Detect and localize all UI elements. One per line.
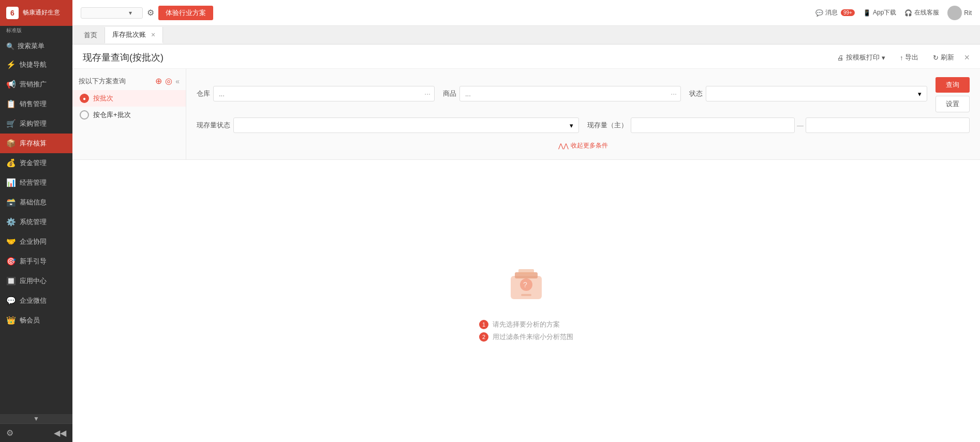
quantity-from-input[interactable] — [631, 117, 795, 133]
experience-button[interactable]: 体验行业方案 — [158, 6, 213, 20]
sidebar-item-label: 资金管理 — [20, 158, 47, 168]
user-name: Rit — [964, 9, 972, 17]
refresh-label: 刷新 — [941, 53, 954, 62]
member-icon: 👑 — [6, 316, 16, 325]
messages-label: 消息 — [825, 8, 838, 17]
sidebar-item-label: 系统管理 — [20, 217, 47, 227]
filter-area: 按以下方案查询 ⊕ ◎ « ● 按批次 按仓库+批次 — [72, 69, 980, 160]
warehouse-field: 仓库 ··· — [197, 86, 435, 101]
page-header-actions: 🖨 按模板打印 ▾ ↑ 导出 ↻ 刷新 × — [833, 51, 970, 64]
export-button[interactable]: ↑ 导出 — [895, 51, 924, 64]
sidebar-item-finance[interactable]: 💰 资金管理 — [0, 153, 72, 173]
topbar-search-box[interactable]: ▾ — [81, 7, 143, 19]
collapse-sidebar-icon[interactable]: ◀◀ — [54, 428, 66, 438]
inventory-status-label: 现存量状态 — [197, 121, 230, 130]
status-label: 状态 — [689, 89, 703, 98]
scheme-panel-header: 按以下方案查询 ⊕ ◎ « — [72, 74, 186, 90]
empty-illustration: ? — [500, 258, 552, 310]
export-label: 导出 — [905, 53, 918, 62]
online-service-action[interactable]: 🎧 在线客服 — [904, 8, 939, 17]
product-field: 商品 ··· — [443, 86, 681, 101]
scroll-down-icon[interactable]: ▼ — [33, 415, 39, 422]
collapse-more-button[interactable]: ⋀⋀ 收起更多条件 — [197, 138, 970, 153]
sidebar-item-quick-nav[interactable]: ⚡ 快捷导航 — [0, 55, 72, 75]
sidebar-item-label: 应用中心 — [20, 276, 47, 286]
empty-tips: 1 请先选择要分析的方案 2 用过滤条件来缩小分析范围 — [479, 320, 573, 345]
wechat-icon: 💬 — [6, 296, 16, 305]
product-more-icon[interactable]: ··· — [671, 90, 677, 98]
quantity-label: 现存量（主） — [587, 121, 628, 130]
collapse-more-label: 收起更多条件 — [571, 141, 608, 150]
system-icon: ⚙️ — [6, 217, 16, 227]
sidebar-item-label: 基础信息 — [20, 198, 47, 207]
settings-scheme-icon[interactable]: ◎ — [165, 76, 172, 86]
inventory-status-select[interactable]: ▾ — [233, 117, 579, 133]
tab-close-button[interactable]: × — [151, 31, 155, 39]
topbar-right: 💬 消息 99+ 📱 App下载 🎧 在线客服 Rit — [815, 6, 972, 20]
scheme-item-warehouse-batch[interactable]: 按仓库+批次 — [72, 107, 186, 123]
print-icon: 🖨 — [837, 54, 844, 62]
tab-batch-account[interactable]: 库存批次账 × — [105, 27, 163, 43]
product-input[interactable] — [459, 86, 681, 101]
warehouse-more-icon[interactable]: ··· — [424, 90, 430, 98]
app-download-action[interactable]: 📱 App下载 — [863, 8, 896, 17]
guide-icon: 🎯 — [6, 257, 16, 266]
refresh-button[interactable]: ↻ 刷新 — [928, 51, 959, 64]
settings-button[interactable]: 设置 — [936, 96, 970, 112]
sidebar-item-label: 快捷导航 — [20, 60, 47, 69]
sidebar-item-system[interactable]: ⚙️ 系统管理 — [0, 212, 72, 232]
sidebar-item-inventory[interactable]: 📦 库存核算 — [0, 134, 72, 153]
warehouse-input-container: ··· — [213, 86, 435, 101]
add-scheme-icon[interactable]: ⊕ — [155, 76, 162, 86]
query-button[interactable]: 查询 — [936, 77, 970, 93]
sidebar: 6 畅康通好生意 标准版 🔍 搜索菜单 ⚡ 快捷导航 📢 营销推广 📋 销售管理… — [0, 0, 72, 442]
user-avatar-action[interactable]: Rit — [947, 6, 972, 20]
filter-row-2: 现存量状态 ▾ 现存量（主） — — [197, 117, 970, 133]
page-content: 现存量查询(按批次) 🖨 按模板打印 ▾ ↑ 导出 ↻ 刷新 × — [72, 45, 980, 442]
print-button[interactable]: 🖨 按模板打印 ▾ — [833, 51, 890, 64]
topbar-search-input[interactable] — [85, 9, 127, 17]
search-menu-label: 搜索菜单 — [18, 41, 44, 51]
purchase-icon: 🛒 — [6, 119, 16, 128]
sidebar-item-marketing[interactable]: 📢 营销推广 — [0, 75, 72, 94]
sidebar-item-guide[interactable]: 🎯 新手引导 — [0, 252, 72, 271]
online-service-label: 在线客服 — [914, 8, 939, 17]
sidebar-item-basic[interactable]: 🗃️ 基础信息 — [0, 193, 72, 212]
sidebar-item-wechat[interactable]: 💬 企业微信 — [0, 291, 72, 311]
inventory-status-dropdown-icon: ▾ — [570, 122, 573, 129]
empty-state: ? 1 请先选择要分析的方案 2 用过滤条件来缩小分析范围 — [72, 160, 980, 442]
search-menu[interactable]: 🔍 搜索菜单 — [0, 37, 72, 55]
status-select[interactable]: ▾ — [706, 86, 927, 101]
empty-tip-1: 1 请先选择要分析的方案 — [479, 320, 573, 329]
sidebar-item-sales[interactable]: 📋 销售管理 — [0, 94, 72, 114]
page-close-button[interactable]: × — [964, 52, 970, 63]
inventory-status-field: 现存量状态 ▾ — [197, 117, 579, 133]
search-icon: 🔍 — [6, 42, 14, 50]
quantity-to-input[interactable] — [806, 117, 970, 133]
page-header: 现存量查询(按批次) 🖨 按模板打印 ▾ ↑ 导出 ↻ 刷新 × — [72, 45, 980, 69]
sidebar-item-label: 销售管理 — [20, 99, 47, 109]
tab-home[interactable]: 首页 — [77, 27, 105, 43]
sidebar-item-label: 经营管理 — [20, 178, 47, 187]
topbar-left: ▾ ⚙ 体验行业方案 — [81, 6, 809, 20]
sidebar-item-operation[interactable]: 📊 经营管理 — [0, 173, 72, 193]
search-dropdown-icon[interactable]: ▾ — [129, 9, 132, 17]
scheme-panel-title: 按以下方案查询 — [79, 77, 126, 86]
sidebar-item-label: 畅会员 — [20, 316, 40, 325]
sidebar-item-purchase[interactable]: 🛒 采购管理 — [0, 114, 72, 134]
marketing-icon: 📢 — [6, 80, 16, 89]
messages-action[interactable]: 💬 消息 99+ — [815, 8, 855, 17]
settings-icon[interactable]: ⚙ — [6, 428, 13, 438]
sidebar-item-member[interactable]: 👑 畅会员 — [0, 311, 72, 330]
avatar — [947, 6, 962, 20]
sidebar-item-app-center[interactable]: 🔲 应用中心 — [0, 271, 72, 291]
print-dropdown-icon[interactable]: ▾ — [882, 54, 885, 62]
warehouse-input[interactable] — [213, 86, 435, 101]
scheme-item-batch[interactable]: ● 按批次 — [72, 90, 186, 107]
topbar-gear-icon[interactable]: ⚙ — [147, 8, 154, 18]
sidebar-item-enterprise[interactable]: 🤝 企业协同 — [0, 232, 72, 252]
topbar: ▾ ⚙ 体验行业方案 💬 消息 99+ 📱 App下载 🎧 在线客服 Rit — [72, 0, 980, 26]
export-icon: ↑ — [900, 54, 903, 62]
quick-nav-icon: ⚡ — [6, 60, 16, 69]
collapse-scheme-icon[interactable]: « — [175, 77, 180, 85]
